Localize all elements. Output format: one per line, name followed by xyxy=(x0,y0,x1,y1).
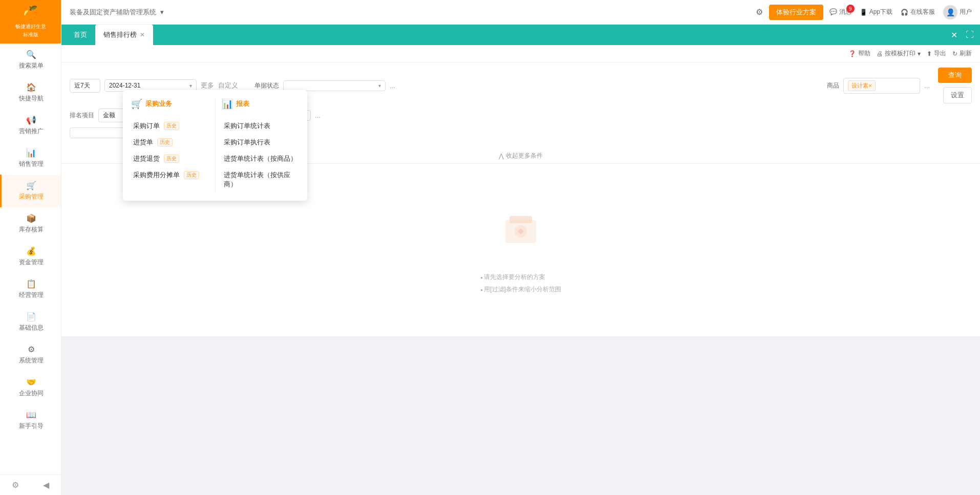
purchase-menu-icon: 🛒 xyxy=(131,98,142,110)
search-nav-icon: 🔍 xyxy=(26,50,36,59)
date-more-link[interactable]: 更多 xyxy=(201,81,214,90)
rank-item-value: 金额 xyxy=(103,111,115,120)
collapse-label: 收起更多条件 xyxy=(506,152,543,160)
sidebar-item-finance[interactable]: 💰 资金管理 xyxy=(0,240,61,273)
purchase-dropdown-menu: 🛒 采购业务 采购订单 历史 进货单 历史 进货退货 历史 xyxy=(123,90,307,201)
sidebar-item-inventory-label: 库存核算 xyxy=(19,225,44,234)
purchase-order-label: 采购订单 xyxy=(133,121,160,131)
purchase-business-title-text: 采购业务 xyxy=(145,99,172,109)
sidebar-item-search[interactable]: 🔍 搜索菜单 xyxy=(0,44,61,76)
menu-item-purchase-order-exec[interactable]: 采购订单执行表 xyxy=(222,134,300,150)
sidebar-item-sales[interactable]: 📊 销售管理 xyxy=(0,142,61,175)
tab-maximize-icon[interactable]: ⛶ xyxy=(964,28,976,41)
user-avatar: 👤 xyxy=(943,5,957,19)
help-icon: ❓ xyxy=(848,50,856,57)
online-service-label: 在线客服 xyxy=(910,8,935,16)
sidebar-item-operations[interactable]: 📋 经营管理 xyxy=(0,273,61,306)
purchase-expense-label: 采购费用分摊单 xyxy=(133,170,180,180)
menu-divider xyxy=(215,98,216,192)
sidebar-item-quick-nav[interactable]: 🏠 快捷导航 xyxy=(0,76,61,109)
product-label: 商品 xyxy=(827,81,839,90)
guide-nav-icon: 📖 xyxy=(26,410,36,420)
purchase-expense-badge: 历史 xyxy=(184,171,199,179)
product-control[interactable]: 设计素× xyxy=(843,78,920,94)
sidebar-settings-icon[interactable]: ⚙ xyxy=(12,480,19,490)
empty-hint-2: 用[过滤]条件来缩小分析范围 xyxy=(480,283,561,295)
sidebar-item-marketing[interactable]: 📢 营销推广 xyxy=(0,109,61,142)
inventory-nav-icon: 📦 xyxy=(26,213,36,223)
topbar-settings-icon[interactable]: ⚙ xyxy=(756,7,763,17)
query-button[interactable]: 查询 xyxy=(938,68,972,83)
tab-close-all-icon[interactable]: ✕ xyxy=(949,28,960,42)
sidebar-item-sales-label: 销售管理 xyxy=(19,160,44,168)
home-nav-icon: 🏠 xyxy=(26,82,36,92)
sidebar-item-inventory[interactable]: 📦 库存核算 xyxy=(0,207,61,240)
menu-item-purchase-order-stats[interactable]: 采购订单统计表 xyxy=(222,118,300,134)
help-btn[interactable]: ❓ 帮助 xyxy=(848,49,870,58)
collab-nav-icon: 🤝 xyxy=(26,377,36,387)
industry-btn[interactable]: 体验行业方案 xyxy=(769,5,823,20)
sidebar-item-purchase-label: 采购管理 xyxy=(19,192,44,201)
purchase-order-badge: 历史 xyxy=(164,122,179,130)
content-area: ❓ 帮助 🖨 按模板打印 ▾ ⬆ 导出 ↻ 刷新 xyxy=(61,45,980,495)
tab-home[interactable]: 首页 xyxy=(66,25,95,45)
print-icon: 🖨 xyxy=(877,50,883,57)
sidebar-item-operations-label: 经营管理 xyxy=(19,291,44,299)
menu-item-stock-in[interactable]: 进货单 历史 xyxy=(131,134,209,150)
refresh-btn[interactable]: ↻ 刷新 xyxy=(952,49,972,58)
headset-icon: 🎧 xyxy=(901,9,908,16)
app-download-item[interactable]: 📱 App下载 xyxy=(860,8,892,16)
system-title-text: 装备及固定资产辅助管理系统 xyxy=(70,8,156,17)
online-service-item[interactable]: 🎧 在线客服 xyxy=(901,8,935,16)
user-label: 用户 xyxy=(960,8,972,16)
purchase-business-title: 🛒 采购业务 xyxy=(131,98,209,112)
topbar: 装备及固定资产辅助管理系统 ▾ ⚙ 体验行业方案 💬 9 消息 📱 App下载 … xyxy=(61,0,980,25)
print-btn[interactable]: 🖨 按模板打印 ▾ xyxy=(877,49,921,58)
sidebar-item-basic-info[interactable]: 📄 基础信息 xyxy=(0,306,61,338)
menu-item-stock-in-stats-product[interactable]: 进货单统计表（按商品） xyxy=(222,150,300,167)
tab-bar: 首页 销售排行榜 ✕ ✕ ⛶ xyxy=(61,25,980,45)
sidebar-item-system-label: 系统管理 xyxy=(19,356,44,365)
order-status-dropdown-icon: ▾ xyxy=(378,83,381,89)
purchase-nav-icon: 🛒 xyxy=(26,181,36,190)
date-custom-link[interactable]: 自定义 xyxy=(218,81,238,90)
sidebar-item-finance-label: 资金管理 xyxy=(19,258,44,267)
menu-item-purchase-expense[interactable]: 采购费用分摊单 历史 xyxy=(131,167,209,183)
filter-toolbar: ❓ 帮助 🖨 按模板打印 ▾ ⬆ 导出 ↻ 刷新 xyxy=(61,45,980,62)
sidebar-item-basic-info-label: 基础信息 xyxy=(19,324,44,332)
print-label: 按模板打印 xyxy=(885,49,915,58)
sidebar-item-collab[interactable]: 🤝 企业协同 xyxy=(0,371,61,404)
setting-button[interactable]: 设置 xyxy=(943,87,972,103)
export-icon: ⬆ xyxy=(927,50,932,57)
date-range-value: 2024-12-31 xyxy=(109,82,140,89)
tab-home-label: 首页 xyxy=(74,30,87,39)
sidebar-item-system[interactable]: ⚙ 系统管理 xyxy=(0,338,61,371)
sidebar-item-purchase[interactable]: 🛒 采购管理 xyxy=(0,175,61,207)
order-status-dots[interactable]: ... xyxy=(390,82,395,90)
order-status-control[interactable]: ▾ xyxy=(283,80,386,91)
menu-item-purchase-order[interactable]: 采购订单 历史 xyxy=(131,118,209,134)
marketing-nav-icon: 📢 xyxy=(26,115,36,125)
salesperson-dots[interactable]: ... xyxy=(315,112,321,119)
date-preset-control[interactable]: 近7天 xyxy=(70,79,100,93)
product-tag-text: 设计素× xyxy=(851,82,871,90)
notification-item[interactable]: 💬 9 消息 xyxy=(829,8,851,16)
collapse-icon: ⋀ xyxy=(499,153,504,160)
report-menu-icon: 📊 xyxy=(222,98,233,110)
phone-icon: 📱 xyxy=(860,9,867,16)
sidebar-collapse-icon[interactable]: ◀ xyxy=(43,480,49,490)
app-download-label: App下载 xyxy=(869,8,892,16)
sidebar-item-guide[interactable]: 📖 新手引导 xyxy=(0,404,61,437)
main-area: 装备及固定资产辅助管理系统 ▾ ⚙ 体验行业方案 💬 9 消息 📱 App下载 … xyxy=(61,0,980,495)
export-btn[interactable]: ⬆ 导出 xyxy=(927,49,946,58)
order-status-label: 单据状态 xyxy=(254,81,279,90)
stock-return-badge: 历史 xyxy=(164,155,179,163)
tab-sales-rank[interactable]: 销售排行榜 ✕ xyxy=(95,25,153,45)
user-item[interactable]: 👤 用户 xyxy=(943,5,972,19)
product-dots[interactable]: ... xyxy=(924,82,930,90)
menu-item-stock-in-stats-supplier[interactable]: 进货单统计表（按供应商） xyxy=(222,167,300,192)
tab-sales-rank-close[interactable]: ✕ xyxy=(140,31,145,38)
menu-item-stock-return[interactable]: 进货退货 历史 xyxy=(131,150,209,167)
empty-hints: 请先选择要分析的方案 用[过滤]条件来缩小分析范围 xyxy=(480,271,561,295)
topbar-dropdown-icon[interactable]: ▾ xyxy=(160,8,164,16)
